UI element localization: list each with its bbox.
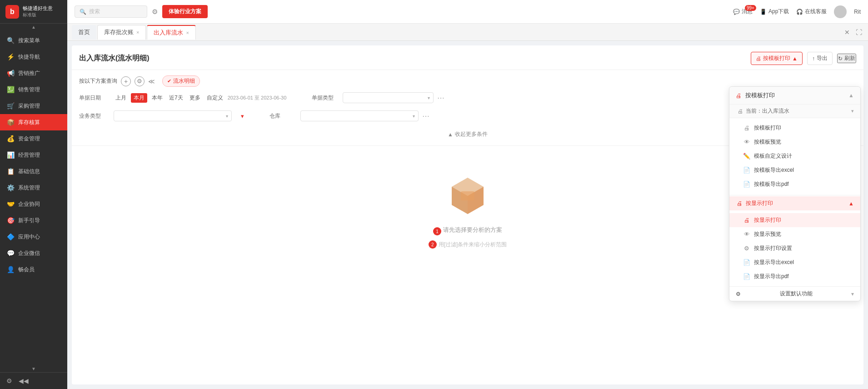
empty-image [445,173,490,219]
biz-type-select[interactable] [114,110,232,121]
dropdown-current-arrow: ▾ [851,108,854,114]
warehouse-label: 仓库 [269,112,297,120]
sidebar-item-quicknav[interactable]: ⚡ 快捷导航 [0,49,67,65]
page-content: 出入库流水(流水明细) 🖨 按模板打印 ▲ ↑ 导出 ↻ 刷新 [67,41,868,389]
dropdown-template-print-item[interactable]: 🖨 按模板打印 [729,121,860,135]
filter-add-btn[interactable]: + [121,76,131,86]
template-print-btn[interactable]: 🖨 按模板打印 ▲ [751,52,803,65]
sidebar-item-wechat[interactable]: 💬 企业微信 [0,245,67,261]
biz-select-wrapper [114,110,232,121]
message-badge: 99+ [745,5,756,11]
logo-sub: 标准版 [23,12,53,18]
filter-settings-btn[interactable]: ⚙ [135,76,145,86]
dropdown-display-preview-item[interactable]: 👁 按显示预览 [729,227,860,241]
service-btn[interactable]: 🎧 在线客服 [796,8,827,15]
footer-collapse-icon[interactable]: ◀◀ [19,377,29,384]
sidebar-item-member[interactable]: 👤 畅会员 [0,261,67,278]
biz-more-btn[interactable]: ▾ [241,113,244,120]
dropdown-template-group: 🖨 按模板打印 👁 按模板预览 ✏️ 模板自定义设计 📄 按模板导出excel … [729,118,860,194]
app-download-btn[interactable]: 📱 App下载 [760,8,789,15]
topbar-settings-icon[interactable]: ⚙ [152,8,158,16]
template-excel-icon: 📄 [743,167,750,174]
topbar-search-box[interactable]: 🔍 搜索 [75,5,147,18]
tab-home[interactable]: 首页 [72,25,96,40]
dropdown-template-pdf-item[interactable]: 📄 按模板导出pdf [729,177,860,191]
sidebar-item-search[interactable]: 🔍 搜索菜单 [0,32,67,49]
refresh-icon: ↻ [838,55,843,62]
tab-inout-flow[interactable]: 出入库流水 × [147,25,195,40]
type-more-icon[interactable]: ⋯ [437,94,444,102]
sidebar-item-marketing[interactable]: 📢 营销推广 [0,65,67,81]
topbar-search-text: 搜索 [89,8,100,15]
sidebar-item-guide[interactable]: 🎯 新手引导 [0,212,67,229]
sidebar-item-purchase[interactable]: 🛒 采购管理 [0,98,67,114]
sidebar-item-operations[interactable]: 📊 经营管理 [0,147,67,163]
export-btn[interactable]: ↑ 导出 [807,52,833,65]
date-shortcut-lastmonth[interactable]: 上月 [114,93,128,103]
marketing-icon: 📢 [6,69,15,77]
sidebar-item-basics[interactable]: 📋 基础信息 [0,163,67,180]
warehouse-input[interactable] [300,110,419,121]
window-maximize-btn[interactable]: ⛶ [854,28,863,37]
page-header-actions: 🖨 按模板打印 ▲ ↑ 导出 ↻ 刷新 [751,52,856,65]
collapse-up-icon: ▲ [448,131,453,138]
dropdown-template-excel-item[interactable]: 📄 按模板导出excel [729,163,860,177]
user-avatar[interactable] [834,5,847,18]
checktag-liushui[interactable]: ✔ 流水明细 [162,75,200,87]
type-select[interactable] [343,92,434,103]
window-close-btn[interactable]: ✕ [843,28,852,37]
trial-btn[interactable]: 体验行业方案 [162,5,208,18]
message-btn[interactable]: 💬 消息 99+ [733,8,753,15]
tab-close-inout-flow[interactable]: × [186,30,189,35]
sidebar-item-apps[interactable]: 🔷 应用中心 [0,229,67,245]
tabs-bar: 首页 库存批次账 × 出入库流水 × ✕ ⛶ [67,24,868,41]
display-settings-icon: ⚙ [743,245,750,252]
dropdown-collapse-btn[interactable]: ▲ [848,92,854,99]
sidebar-scroll-down[interactable]: ▼ [0,365,67,372]
tab-close-inventory-batch[interactable]: × [136,30,139,35]
sales-icon: 💹 [6,85,15,94]
sidebar-item-system[interactable]: ⚙️ 系统管理 [0,180,67,196]
dropdown-display-settings-item[interactable]: ⚙ 按显示打印设置 [729,241,860,255]
dropdown-display-excel-item[interactable]: 📄 按显示导出excel [729,255,860,269]
step2-num: 2 [429,240,437,249]
sidebar: b 畅捷通好生意 标准版 ▲ 🔍 搜索菜单 ⚡ 快捷导航 📢 营销推广 💹 销售… [0,0,67,389]
username-label[interactable]: Rit [854,9,861,15]
tab-inventory-batch[interactable]: 库存批次账 × [97,25,146,40]
refresh-btn[interactable]: ↻ 刷新 [837,54,856,63]
empty-step1: 1 请先选择要分析的方案 [433,226,502,237]
date-shortcut-7days[interactable]: 近7天 [167,93,185,103]
filter-collapse-arrow[interactable]: ≪ [148,78,155,85]
sidebar-footer: ⚙ ◀◀ [0,372,67,389]
date-shortcut-more[interactable]: 更多 [188,93,202,103]
template-design-icon: ✏️ [743,153,750,160]
dropdown-display-pdf-item[interactable]: 📄 按显示导出pdf [729,269,860,284]
topbar-right: 💬 消息 99+ 📱 App下载 🎧 在线客服 Rit [733,5,861,18]
sidebar-item-enterprise[interactable]: 🤝 企业协同 [0,196,67,212]
dropdown-header: 🖨 按模板打印 ▲ [729,87,860,105]
sidebar-item-sales[interactable]: 💹 销售管理 [0,81,67,98]
dropdown-display-print-item[interactable]: 🖨 按显示打印 [729,213,860,227]
date-range-text: 2023-06-01 至 2023-06-30 [228,95,287,101]
dropdown-current-row: 🖨 当前：出入库流水 ▾ [729,105,860,118]
date-shortcut-thisyear[interactable]: 本年 [150,93,165,103]
footer-settings-icon[interactable]: ⚙ [6,377,12,384]
date-shortcut-thismonth[interactable]: 本月 [131,93,147,103]
sidebar-item-inventory[interactable]: 📦 库存核算 [0,114,67,130]
finance-icon: 💰 [6,135,15,143]
dropdown-template-design-item[interactable]: ✏️ 模板自定义设计 [729,149,860,163]
dropdown-display-group: 🖨 按显示打印 👁 按显示预览 ⚙ 按显示打印设置 📄 按显示导出excel 📄 [729,210,860,286]
warehouse-more-icon[interactable]: ⋯ [422,112,429,120]
date-shortcut-custom[interactable]: 自定义 [205,93,225,103]
dropdown-display-section-header[interactable]: 🖨 按显示打印 ▲ [729,196,860,210]
topbar-search-icon: 🔍 [80,9,86,15]
dropdown-template-preview-item[interactable]: 👁 按模板预览 [729,135,860,149]
topbar: 🔍 搜索 ⚙ 体验行业方案 💬 消息 99+ 📱 App下载 🎧 在线客服 Ri… [67,0,868,24]
display-section-chevron: ▲ [848,200,854,207]
empty-step2: 2 用[过滤]条件来缩小分析范围 [429,240,507,249]
sidebar-item-finance[interactable]: 💰 资金管理 [0,130,67,147]
checktag-icon: ✔ [167,78,171,84]
dropdown-footer[interactable]: ⚙ 设置默认功能 ▾ [729,286,860,301]
sidebar-scroll-up[interactable]: ▲ [0,24,67,30]
dropdown-divider [729,195,860,195]
